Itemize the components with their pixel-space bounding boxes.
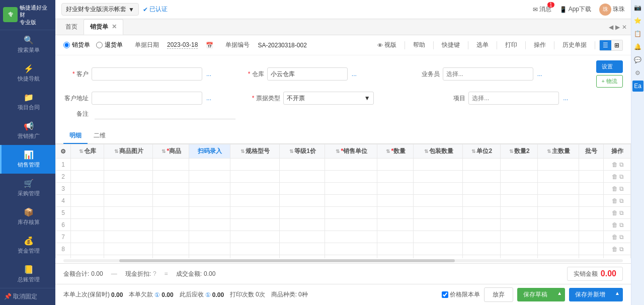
add-product-btn[interactable]: + 物流 [596,75,623,88]
row-delete-icon[interactable]: 🗑 [612,197,618,204]
app-download-action[interactable]: 📱 App下载 [559,5,591,14]
scroll-thumb[interactable] [119,259,455,262]
cell[interactable] [279,195,325,207]
cell[interactable] [230,219,279,231]
cell[interactable] [104,243,153,255]
row-delete-icon[interactable]: 🗑 [612,221,618,228]
row-copy-icon[interactable]: ⧉ [619,246,624,253]
customer-addr-ellipsis[interactable]: ... [206,95,211,102]
cell[interactable] [414,219,463,231]
cell[interactable] [462,195,500,207]
col-settings[interactable]: ⚙ [56,144,71,159]
row-copy-icon[interactable]: ⧉ [619,234,624,241]
customer-input[interactable] [92,67,202,81]
cell[interactable] [104,195,153,207]
cell[interactable] [377,243,414,255]
cell[interactable] [153,159,189,171]
col-grade-price[interactable]: ⇅等级1价 [279,144,325,159]
sidebar-unpin[interactable]: 📌 取消固定 [0,288,55,305]
cell[interactable] [377,219,414,231]
warehouse-input[interactable] [267,67,348,81]
cell[interactable] [462,243,500,255]
list-view-btn[interactable]: ☰ [600,40,611,50]
sidebar-item-capital[interactable]: 💰 资金管理 [0,231,55,260]
cell[interactable] [500,207,538,219]
toolbar-print-btn[interactable]: 打印 [501,39,521,51]
sidebar-item-marketing[interactable]: 📢 营销推广 [0,116,55,145]
col-main-qty[interactable]: ⇅主数量 [538,144,579,159]
right-panel-btn-5[interactable]: 💬 [632,54,643,65]
cell[interactable] [538,159,579,171]
invoice-type-select[interactable]: 不开票 ▼ [283,92,374,105]
sidebar-item-project[interactable]: 📁 项目合同 [0,88,55,116]
cell[interactable] [325,159,377,171]
col-unit2[interactable]: ⇅单位2 [462,144,500,159]
cell[interactable] [104,219,153,231]
cell[interactable] [153,195,189,207]
cell[interactable] [230,159,279,171]
row-delete-icon[interactable]: 🗑 [612,209,618,216]
toolbar-shortcut-btn[interactable]: 快捷键 [438,39,464,51]
cell[interactable] [71,243,104,255]
right-panel-btn-1[interactable]: 📷 [632,2,643,13]
doc-date-value[interactable]: 2023-03-18 [167,41,198,49]
cell[interactable] [279,207,325,219]
cell[interactable] [189,159,230,171]
help-icon[interactable]: ? [153,270,156,277]
cell[interactable] [71,171,104,183]
cell[interactable] [462,171,500,183]
toolbar-select-btn[interactable]: 选单 [472,39,493,51]
cell[interactable] [325,195,377,207]
cell[interactable] [325,207,377,219]
cell[interactable] [538,195,579,207]
price-limit-checkbox[interactable]: 价格限本单 [442,290,480,299]
cell[interactable] [104,171,153,183]
col-qty2[interactable]: ⇅数量2 [500,144,538,159]
tab-sales-order[interactable]: 销货单 ✕ [84,19,123,35]
row-delete-icon[interactable]: 🗑 [612,234,618,241]
cell[interactable] [500,231,538,243]
messages-action[interactable]: ✉ 1 消息 [533,5,551,14]
col-batch-import[interactable]: 扫码录入 [189,144,230,159]
row-copy-icon[interactable]: ⧉ [619,221,624,228]
salesperson-ellipsis[interactable]: ... [537,70,542,78]
cell[interactable] [377,159,414,171]
tab-detail[interactable]: 明细 [63,128,88,144]
cell[interactable] [279,219,325,231]
user-action[interactable]: 珠 珠珠 [599,4,625,16]
calendar-icon[interactable]: 📅 [206,42,213,49]
cell[interactable] [279,243,325,255]
right-panel-btn-7[interactable]: Ea [632,81,643,92]
cell[interactable] [500,219,538,231]
tab-prev-icon[interactable]: ◀ [609,24,613,31]
toolbar-view-btn[interactable]: 👁 视版 [373,39,400,51]
cell[interactable] [230,231,279,243]
cell[interactable] [414,231,463,243]
row-delete-icon[interactable]: 🗑 [612,173,618,180]
col-product-img[interactable]: ⇅商品图片 [104,144,153,159]
row-copy-icon[interactable]: ⧉ [619,209,624,216]
cell[interactable] [462,183,500,195]
cell[interactable] [71,159,104,171]
cell[interactable] [153,243,189,255]
cell[interactable] [414,171,463,183]
cell[interactable] [377,171,414,183]
cell[interactable] [189,243,230,255]
cell[interactable] [325,243,377,255]
right-panel-btn-3[interactable]: 📋 [632,28,643,39]
cell[interactable] [500,183,538,195]
cell[interactable] [71,219,104,231]
cell[interactable] [325,171,377,183]
salesperson-input[interactable] [443,67,533,81]
cell[interactable] [230,195,279,207]
cell[interactable] [500,171,538,183]
cell[interactable] [230,207,279,219]
settings-btn[interactable]: 设置 [596,60,623,73]
cell[interactable] [538,243,579,255]
col-spec[interactable]: ⇅规格型号 [230,144,279,159]
cell[interactable] [377,195,414,207]
tab-home[interactable]: 首页 [59,20,84,34]
toolbar-history-btn[interactable]: 历史单据 [558,39,591,51]
cell[interactable] [377,207,414,219]
cell[interactable] [414,195,463,207]
